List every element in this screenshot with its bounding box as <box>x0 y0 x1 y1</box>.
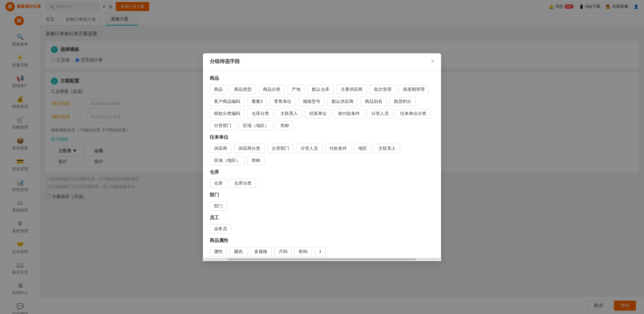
section-title-employee: 员工 <box>210 215 434 221</box>
field-tag[interactable]: 区域（地区） <box>210 156 245 165</box>
field-tags-product-attr: 属性 颜色 多规格 尺码 鞋码 1 <box>210 247 434 256</box>
field-tag[interactable]: 供应商 <box>210 144 231 153</box>
field-tag[interactable]: 商品别名 <box>361 97 387 106</box>
field-tag[interactable]: 默认仓库 <box>308 85 334 94</box>
field-tag[interactable]: 结算单位 <box>305 109 331 118</box>
field-tag[interactable]: 零售单位 <box>270 97 296 106</box>
field-tag[interactable]: 主联系人 <box>276 109 302 118</box>
field-tag[interactable]: 商品 <box>210 85 227 94</box>
field-tag[interactable]: 保质期管理 <box>398 85 429 94</box>
modal-hscrollbar[interactable] <box>203 258 441 261</box>
field-tag[interactable]: 分管部门 <box>267 144 293 153</box>
section-title-partner: 往来单位 <box>210 134 434 140</box>
field-tags-goods: 商品 商品类型 商品分类 产地 默认仓库 主要供应商 批次管理 保质期管理 客户… <box>210 85 434 130</box>
field-tag[interactable]: 往来单位分类 <box>396 109 431 118</box>
field-tag[interactable]: 业务员 <box>210 224 231 234</box>
field-tag[interactable]: 收付款条件 <box>334 109 364 118</box>
hscroll-thumb <box>228 258 416 260</box>
field-tag[interactable]: 规格型号 <box>299 97 325 106</box>
modal-header: 分组待选字段 × <box>203 53 441 70</box>
field-tags-employee: 业务员 <box>210 224 434 234</box>
modal-close-btn[interactable]: × <box>431 58 434 65</box>
modal-title: 分组待选字段 <box>210 58 240 65</box>
field-tag[interactable]: 分管部门 <box>210 121 236 130</box>
section-title-department: 部门 <box>210 192 434 198</box>
field-tag[interactable]: 1 <box>315 247 326 256</box>
field-tag[interactable]: 拣货积分 <box>389 97 416 106</box>
field-tag[interactable]: 区域（地区） <box>238 121 273 130</box>
section-title-product-attr: 商品属性 <box>210 238 434 244</box>
field-tag[interactable]: 商品分类 <box>259 85 285 94</box>
field-tag[interactable]: 主联系人 <box>374 144 400 153</box>
field-tag[interactable]: 客户商品编码 <box>210 97 245 106</box>
field-tag[interactable]: 部门 <box>210 201 227 211</box>
field-tag[interactable]: 商品类型 <box>230 85 256 94</box>
field-tag[interactable]: 供应商分类 <box>234 144 265 153</box>
field-tag[interactable]: 多规格 <box>250 247 272 256</box>
modal-overlay[interactable]: 分组待选字段 × 商品 商品 商品类型 商品分类 产地 默认仓库 主要供应商 批… <box>0 0 644 314</box>
field-tag[interactable]: 分管人员 <box>367 109 393 118</box>
field-tag[interactable]: 属性 <box>210 247 227 256</box>
field-tag[interactable]: 颜色 <box>230 247 247 256</box>
section-title-warehouse: 仓库 <box>210 169 434 175</box>
field-tag[interactable]: 简称 <box>247 156 265 165</box>
field-tag[interactable]: 付款条件 <box>325 144 351 153</box>
field-tag[interactable]: 仓库分类 <box>230 179 256 188</box>
field-tag[interactable]: 产地 <box>287 85 305 94</box>
field-tags-partner: 供应商 供应商分类 分管部门 分管人员 付款条件 地区 主联系人 区域（地区） … <box>210 144 434 165</box>
field-tag[interactable]: 重量3 <box>247 97 267 106</box>
field-tag[interactable]: 仓库分类 <box>247 109 273 118</box>
field-tag[interactable]: 简称 <box>276 121 293 130</box>
field-tag[interactable]: 税收分类编码 <box>210 109 245 118</box>
field-tags-department: 部门 <box>210 201 434 211</box>
section-title-goods: 商品 <box>210 75 434 81</box>
field-tag[interactable]: 分管人员 <box>296 144 322 153</box>
modal-body[interactable]: 商品 商品 商品类型 商品分类 产地 默认仓库 主要供应商 批次管理 保质期管理… <box>203 70 441 258</box>
field-select-modal: 分组待选字段 × 商品 商品 商品类型 商品分类 产地 默认仓库 主要供应商 批… <box>203 53 441 261</box>
field-tag[interactable]: 主要供应商 <box>336 85 367 94</box>
field-tags-warehouse: 仓库 仓库分类 <box>210 179 434 188</box>
field-tag[interactable]: 鞋码 <box>294 247 312 256</box>
field-tag[interactable]: 尺码 <box>274 247 292 256</box>
hscroll-track <box>204 258 440 260</box>
field-tag[interactable]: 地区 <box>354 144 371 153</box>
field-tag[interactable]: 批次管理 <box>370 85 396 94</box>
field-tag[interactable]: 默认供应商 <box>327 97 358 106</box>
field-tag[interactable]: 仓库 <box>210 179 227 188</box>
